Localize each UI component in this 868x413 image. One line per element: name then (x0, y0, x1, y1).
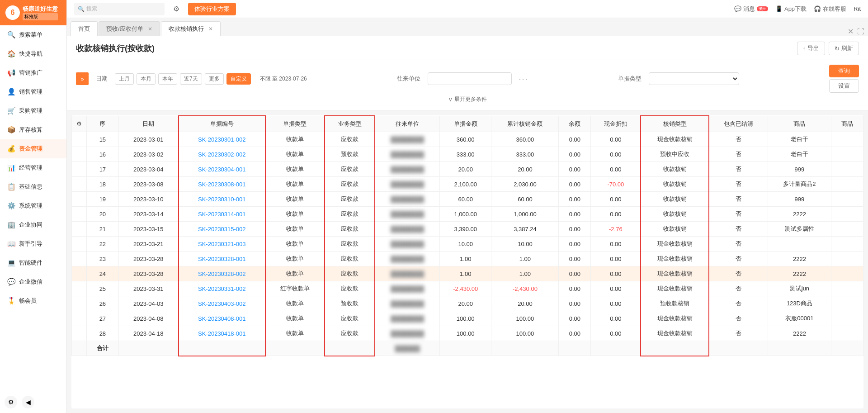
sidebar-item-member[interactable]: 🎖️ 畅会员 (0, 291, 66, 310)
table-cell: 2023-03-28 (118, 252, 179, 266)
sidebar-item-system[interactable]: ⚙️ 系统管理 (0, 196, 66, 215)
voucher-no-link[interactable]: SK-20230321-003 (179, 237, 265, 252)
table-cell (831, 311, 863, 326)
settings-bottom-icon[interactable]: ⚙ (5, 396, 17, 408)
query-button[interactable]: 查询 (829, 65, 859, 77)
table-cell: 收款单 (265, 192, 325, 207)
this-year-btn[interactable]: 本年 (158, 73, 177, 85)
voucher-no-link[interactable]: SK-20230315-002 (179, 222, 265, 237)
this-month-btn[interactable]: 本月 (137, 73, 156, 85)
voucher-no-link[interactable]: SK-20230328-002 (179, 266, 265, 281)
tab-home[interactable]: 首页 (71, 21, 98, 36)
custom-btn[interactable]: 自定义 (226, 73, 251, 85)
table-cell: 2023-03-21 (118, 237, 179, 252)
row-checkbox[interactable] (72, 281, 87, 296)
voucher-no-link[interactable]: SK-20230403-002 (179, 296, 265, 311)
sidebar-item-purchase[interactable]: 🛒 采购管理 (0, 101, 66, 120)
table-cell: 否 (709, 192, 768, 207)
row-checkbox[interactable] (72, 177, 87, 192)
table-cell (265, 341, 325, 356)
export-button[interactable]: ↑ 导出 (797, 42, 826, 55)
solution-button[interactable]: 体验行业方案 (188, 3, 236, 15)
sidebar-item-enterprise[interactable]: 🏢 企业协同 (0, 215, 66, 234)
row-checkbox[interactable] (72, 222, 87, 237)
filter-arrow[interactable]: » (76, 72, 89, 85)
last-month-btn[interactable]: 上月 (115, 73, 134, 85)
voucher-no-link[interactable]: SK-20230314-001 (179, 207, 265, 222)
sidebar-item-search[interactable]: 🔍 搜索菜单 (0, 25, 66, 44)
col-include-settled: 包含已结清 (709, 116, 768, 132)
table-cell: ████████ (375, 162, 439, 177)
table-cell: 26 (87, 296, 119, 311)
partner-input[interactable] (428, 72, 512, 85)
col-settings[interactable]: ⚙ (72, 116, 87, 132)
table-cell: ██████ (375, 341, 439, 356)
table-cell: 2222 (768, 326, 831, 341)
search-placeholder: 搜索 (86, 5, 97, 13)
row-checkbox[interactable] (72, 192, 87, 207)
sidebar-item-quicknav[interactable]: 🏠 快捷导航 (0, 44, 66, 63)
col-voucher-type: 单据类型 (265, 116, 325, 132)
sidebar-item-basics[interactable]: 📋 基础信息 (0, 177, 66, 196)
row-checkbox[interactable] (72, 147, 87, 162)
sidebar-item-wechat[interactable]: 💬 企业微信 (0, 272, 66, 291)
table-cell: 应收款 (325, 192, 375, 207)
expand-conditions-btn[interactable]: ∨ 展开更多条件 (448, 95, 487, 103)
row-checkbox[interactable] (72, 252, 87, 266)
topbar-search[interactable]: 🔍 搜索 (74, 3, 165, 15)
voucher-no-link[interactable]: SK-20230310-001 (179, 192, 265, 207)
row-checkbox[interactable] (72, 311, 87, 326)
table-cell: 25 (87, 281, 119, 296)
table-row: 232023-03-28SK-20230328-001收款单应收款███████… (72, 252, 863, 266)
app-download-button[interactable]: 📱 App下载 (775, 5, 807, 13)
message-button[interactable]: 💬 消息 99+ (734, 5, 768, 13)
table-cell: 收款单 (265, 207, 325, 222)
close-window-icon[interactable]: ✕ (848, 27, 854, 36)
row-checkbox[interactable] (72, 266, 87, 281)
filter-area: » 日期 上月 本月 本年 近7天 更多 自定义 不限 至 2023-07-26… (67, 60, 868, 111)
close-prepay-icon[interactable]: ✕ (148, 26, 152, 32)
service-button[interactable]: 🎧 在线客服 (814, 5, 846, 13)
close-collection-icon[interactable]: ✕ (208, 26, 213, 32)
voucher-no-link[interactable]: SK-20230331-002 (179, 281, 265, 296)
refresh-button[interactable]: ↻ 刷新 (829, 42, 859, 55)
sidebar-item-sales[interactable]: 👤 销售管理 (0, 82, 66, 101)
voucher-type-select[interactable] (649, 72, 739, 85)
row-checkbox[interactable] (72, 341, 87, 356)
voucher-no-link[interactable]: SK-20230308-001 (179, 177, 265, 192)
row-checkbox[interactable] (72, 207, 87, 222)
row-checkbox[interactable] (72, 237, 87, 252)
sidebar-item-guide[interactable]: 📖 新手引导 (0, 234, 66, 253)
tab-prepay[interactable]: 预收/应收付单 ✕ (99, 21, 160, 36)
voucher-no-link[interactable]: SK-20230304-001 (179, 162, 265, 177)
gear-icon[interactable]: ⚙ (170, 3, 183, 15)
col-no: 序 (87, 116, 119, 132)
voucher-no-link[interactable]: SK-20230301-002 (179, 132, 265, 147)
voucher-no-link[interactable]: SK-20230328-001 (179, 252, 265, 266)
voucher-no-link[interactable]: SK-20230302-002 (179, 147, 265, 162)
table-cell: 2023-03-02 (118, 147, 179, 162)
row-checkbox[interactable] (72, 132, 87, 147)
table-cell: ████████ (375, 266, 439, 281)
maximize-icon[interactable]: ⛶ (857, 28, 864, 36)
row-checkbox[interactable] (72, 162, 87, 177)
tab-collection[interactable]: 收款核销执行 ✕ (161, 21, 221, 36)
sidebar-item-inventory[interactable]: 📦 库存核算 (0, 120, 66, 139)
sidebar-item-marketing[interactable]: 📢 营销推广 (0, 63, 66, 82)
row-checkbox[interactable] (72, 326, 87, 341)
row-checkbox[interactable] (72, 296, 87, 311)
table-container[interactable]: ⚙ 序 日期 单据编号 单据类型 业务类型 往来单位 单据金额 累计核销金额 余… (71, 115, 863, 408)
col-goods2: 商品 (831, 116, 863, 132)
more-btn[interactable]: 更多 (205, 73, 224, 85)
table-cell: 收款单 (265, 252, 325, 266)
settings-button[interactable]: 设置 (829, 79, 859, 93)
collapse-icon[interactable]: ◀ (22, 396, 34, 408)
sidebar-item-operations[interactable]: 📊 经营管理 (0, 158, 66, 177)
table-row: 272023-04-08SK-20230408-001收款单应收款███████… (72, 311, 863, 326)
voucher-no-link[interactable]: SK-20230408-001 (179, 311, 265, 326)
voucher-no-link[interactable]: SK-20230418-001 (179, 326, 265, 341)
sidebar-item-hardware[interactable]: 💻 智能硬件 (0, 253, 66, 272)
table-cell: 应收款 (325, 162, 375, 177)
sidebar-item-finance[interactable]: 💰 资金管理 (0, 139, 66, 158)
last-7days-btn[interactable]: 近7天 (180, 73, 202, 85)
